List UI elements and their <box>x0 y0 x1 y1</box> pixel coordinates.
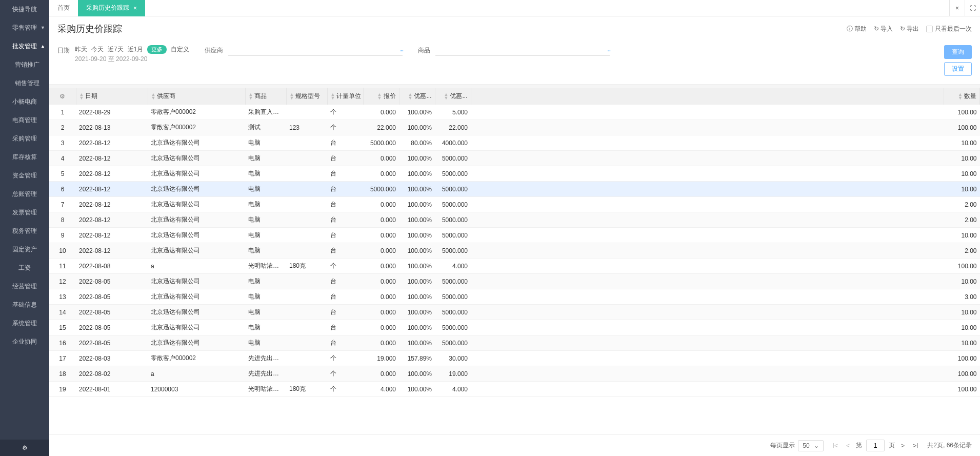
cell: 0.000 <box>363 366 399 382</box>
cell <box>471 335 944 351</box>
table-row[interactable]: 82022-08-12北京迅达有限公司电脑台0.000100.00%5000.0… <box>49 212 980 228</box>
shortcut-7days[interactable]: 近7天 <box>108 45 124 54</box>
cell: 100.00% <box>399 228 435 243</box>
table-row[interactable]: 42022-08-12北京迅达有限公司电脑台0.000100.00%5000.0… <box>49 151 980 166</box>
table-row[interactable]: 132022-08-05北京迅达有限公司电脑台0.000100.00%5000.… <box>49 289 980 305</box>
sidebar-item-16[interactable]: 基础信息 <box>0 295 49 314</box>
cell: 5000.000 <box>435 228 471 243</box>
table-row[interactable]: 112022-08-08a光明咕浓咕...180克个0.000100.00%4.… <box>49 259 980 274</box>
table-row[interactable]: 62022-08-12北京迅达有限公司电脑台5000.000100.00%500… <box>49 182 980 197</box>
sidebar-item-18[interactable]: 企业协同 <box>0 332 49 351</box>
sidebar-settings[interactable]: ⚙ <box>0 440 49 456</box>
sort-icon: ▲▼ <box>79 93 84 100</box>
table-row[interactable]: 172022-08-03零散客户000002先进先出商品个19.000157.8… <box>49 351 980 366</box>
col-spec[interactable]: ▲▼规格型号 <box>286 88 327 105</box>
table-row[interactable]: 122022-08-05北京迅达有限公司电脑台0.000100.00%5000.… <box>49 274 980 289</box>
table-row[interactable]: 12022-08-29零散客户000002采购直入直出个0.000100.00%… <box>49 105 980 120</box>
supplier-lookup[interactable]: ··· <box>400 46 403 54</box>
col-supplier[interactable]: ▲▼供应商 <box>148 88 245 105</box>
cell: 北京迅达有限公司 <box>148 197 245 212</box>
sidebar-item-0[interactable]: 快捷导航 <box>0 0 49 18</box>
close-all-tabs-button[interactable]: × <box>949 0 965 16</box>
filter-date: 日期 昨天 今天 近7天 近1月 更多 自定义 2021-09-20 至 202… <box>57 45 189 64</box>
shortcut-custom[interactable]: 自定义 <box>171 45 189 54</box>
only-last-checkbox[interactable]: 只看最后一次 <box>926 25 972 33</box>
sidebar-item-7[interactable]: 采购管理 <box>0 129 49 148</box>
table-row[interactable]: 32022-08-12北京迅达有限公司电脑台5000.00080.00%4000… <box>49 135 980 151</box>
cell <box>471 228 944 243</box>
sidebar-item-4[interactable]: 销售管理 <box>0 74 49 92</box>
column-settings[interactable]: ⚙ <box>49 88 76 105</box>
col-qty[interactable]: ▲▼数量 <box>944 88 980 105</box>
col-product[interactable]: ▲▼商品 <box>245 88 286 105</box>
col-disc1[interactable]: ▲▼优惠... <box>399 88 435 105</box>
sidebar-item-2[interactable]: 批发管理▲ <box>0 37 49 55</box>
close-icon[interactable]: × <box>133 5 137 12</box>
prev-page-button[interactable]: < <box>844 441 852 450</box>
sidebar-item-15[interactable]: 经营管理 <box>0 277 49 295</box>
sidebar-item-label: 工资 <box>18 264 31 272</box>
cell: 北京迅达有限公司 <box>148 166 245 182</box>
help-button[interactable]: ⓘ 帮助 <box>847 25 867 33</box>
cell: 个 <box>327 120 363 135</box>
sidebar-item-5[interactable]: 小畅电商 <box>0 92 49 111</box>
sidebar-item-8[interactable]: 库存核算 <box>0 148 49 166</box>
cell: 零散客户000002 <box>148 120 245 135</box>
table-row[interactable]: 192022-08-0112000003光明咕浓咕...180克个4.00010… <box>49 382 980 397</box>
search-button[interactable]: 查询 <box>944 45 972 59</box>
product-input[interactable] <box>435 45 607 55</box>
export-button[interactable]: ↻ 导出 <box>900 25 919 33</box>
table-row[interactable]: 162022-08-05北京迅达有限公司电脑台0.000100.00%5000.… <box>49 335 980 351</box>
cell: 2022-08-12 <box>76 243 148 259</box>
table-row[interactable]: 152022-08-05北京迅达有限公司电脑台0.000100.00%5000.… <box>49 320 980 335</box>
col-unit[interactable]: ▲▼计量单位 <box>327 88 363 105</box>
table-row[interactable]: 182022-08-02a先进先出商品个0.000100.00%19.00010… <box>49 366 980 382</box>
cell: 5000.000 <box>435 320 471 335</box>
shortcut-yesterday[interactable]: 昨天 <box>75 45 87 54</box>
fullscreen-button[interactable]: ⛶ <box>965 0 980 16</box>
sidebar-item-17[interactable]: 系统管理 <box>0 314 49 332</box>
cell: 3 <box>49 135 76 151</box>
cell: 台 <box>327 274 363 289</box>
sidebar-item-12[interactable]: 税务管理 <box>0 222 49 240</box>
col-disc2[interactable]: ▲▼优惠... <box>435 88 471 105</box>
page-summary: 共2页, 66条记录 <box>927 441 972 450</box>
cell: 8 <box>49 212 76 228</box>
shortcut-today[interactable]: 今天 <box>91 45 104 54</box>
sidebar-item-6[interactable]: 电商管理 <box>0 111 49 129</box>
product-label: 商品 <box>418 45 430 55</box>
product-lookup[interactable]: ··· <box>607 46 610 54</box>
shortcut-more[interactable]: 更多 <box>147 45 167 54</box>
table-row[interactable]: 22022-08-13零散客户000002测试123个22.000100.00%… <box>49 120 980 135</box>
sidebar-item-1[interactable]: 零售管理▼ <box>0 18 49 37</box>
page-size-select[interactable]: 50 ⌄ <box>798 440 823 451</box>
supplier-input[interactable] <box>228 45 399 55</box>
sidebar-item-9[interactable]: 资金管理 <box>0 166 49 185</box>
import-button[interactable]: ↻ 导入 <box>874 25 893 33</box>
tab-home[interactable]: 首页 <box>49 0 78 16</box>
shortcut-1month[interactable]: 近1月 <box>128 45 144 54</box>
col-price[interactable]: ▲▼报价 <box>363 88 399 105</box>
table-row[interactable]: 52022-08-12北京迅达有限公司电脑台0.000100.00%5000.0… <box>49 166 980 182</box>
cell: 100.00 <box>944 351 980 366</box>
first-page-button[interactable]: I< <box>831 441 840 450</box>
cell: 100.00 <box>944 382 980 397</box>
settings-button[interactable]: 设置 <box>944 62 972 76</box>
tab-purchase-history[interactable]: 采购历史价跟踪 × <box>78 0 145 16</box>
cell: 15 <box>49 320 76 335</box>
next-page-button[interactable]: > <box>899 441 907 450</box>
sidebar-item-13[interactable]: 固定资产 <box>0 240 49 259</box>
last-page-button[interactable]: >I <box>911 441 920 450</box>
col-date[interactable]: ▲▼日期 <box>76 88 148 105</box>
sidebar-item-14[interactable]: 工资 <box>0 259 49 277</box>
sidebar-item-11[interactable]: 发票管理 <box>0 203 49 222</box>
sidebar-item-3[interactable]: 营销推广 <box>0 55 49 74</box>
page-input[interactable] <box>866 440 885 451</box>
cell: 个 <box>327 382 363 397</box>
table-row[interactable]: 72022-08-12北京迅达有限公司电脑台0.000100.00%5000.0… <box>49 197 980 212</box>
table-row[interactable]: 102022-08-12北京迅达有限公司电脑台0.000100.00%5000.… <box>49 243 980 259</box>
cell: 100.00% <box>399 105 435 120</box>
table-row[interactable]: 142022-08-05北京迅达有限公司电脑台0.000100.00%5000.… <box>49 305 980 320</box>
table-row[interactable]: 92022-08-12北京迅达有限公司电脑台0.000100.00%5000.0… <box>49 228 980 243</box>
sidebar-item-10[interactable]: 总账管理 <box>0 185 49 203</box>
